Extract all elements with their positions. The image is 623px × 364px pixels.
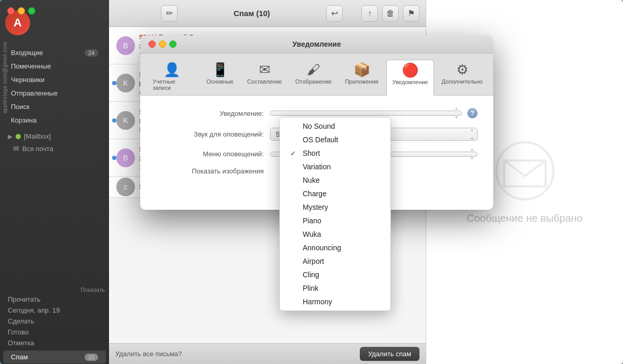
prefs-sound-label: Звук для оповещений: [156,130,270,138]
tab-advanced[interactable]: ⚙ Дополнительно [436,60,488,95]
trash-button[interactable]: 🗑 [382,5,399,22]
help-button[interactable]: ? [467,108,478,118]
delete-spam-button[interactable]: Удалить спам [360,347,419,361]
dropdown-item-label: Plink [303,284,318,292]
avatar: c [116,178,135,196]
sidebar-item-drafts[interactable]: Черновики [3,73,106,86]
sidebar-nav-label: Отправленные [11,89,58,97]
dropdown-item-label: Charge [303,190,327,198]
inbox-badge: 24 [85,49,98,57]
prefs-title: Уведомление [292,40,341,48]
prefs-close-button[interactable] [148,41,156,48]
tab-compose[interactable]: ✉ Составление [241,60,288,95]
sidebar-nav-label: Корзина [11,116,37,124]
mail-bottom-bar: Удалить все письма? Удалить спам [109,343,426,364]
chevron-icon: ⌃⌄ [470,129,474,140]
action-today[interactable]: Сегодня, апр. 19 [0,305,109,316]
no-message-icon [494,140,556,202]
flag-icon: ⚑ [408,8,415,18]
dropdown-item-label: Short [303,149,320,157]
tab-notifications-label: Уведомление [392,79,428,85]
dropdown-item-no-sound[interactable]: No Sound [280,119,390,133]
compose-button[interactable]: ✏ [161,5,178,22]
dropdown-item-wuka[interactable]: Wuka [280,227,390,241]
tab-advanced-label: Дополнительно [442,78,483,85]
reply-icon: ↩ [331,8,338,18]
dropdown-item-variation[interactable]: Variation [280,160,390,173]
sidebar-bottom: Показать Прочитать Сегодня, апр. 19 Сдел… [0,286,109,364]
tab-notifications[interactable]: 🔴 Уведомление [386,60,435,96]
dropdown-item-nuke[interactable]: Nuke [280,173,390,187]
dropdown-item-cling[interactable]: Cling [280,268,390,281]
tab-general-label: Основные [207,78,234,85]
action-mark[interactable]: Отметка [0,338,109,348]
show-label[interactable]: Показать [0,286,109,294]
dropdown-item-label: Wuka [303,230,321,238]
dropdown-item-short[interactable]: ✓ Short [280,146,390,160]
sidebar-item-sent[interactable]: Отправленные [3,87,106,100]
prefs-notifications-label: Уведомление: [156,110,270,117]
sidebar-item-flagged[interactable]: Помеченные [3,60,106,73]
dropdown-item-label: Variation [303,163,331,171]
dropdown-item-label: Mystery [303,203,328,211]
dropdown-item-announcing[interactable]: Announcing [280,241,390,254]
no-message-text: Сообщение не выбрано [467,212,583,224]
apps-icon: 📦 [354,63,370,76]
dropdown-item-airport[interactable]: Airport [280,254,390,268]
mailbox-label: [Mailbox] [24,132,51,140]
tab-accounts-label: Учетные записи [153,78,191,91]
sidebar-item-trash[interactable]: Корзина [3,114,106,127]
compose-icon: ✏ [166,8,173,18]
chevron-down-icon: ⌃⌄ [470,149,474,160]
flag-button[interactable]: ⚑ [403,5,419,22]
sidebar-nav-label: Входящие [11,49,43,57]
prefs-minimize-button[interactable] [159,41,166,48]
accounts-icon: 👤 [164,63,180,76]
dropdown-item-charge[interactable]: Charge [280,187,390,200]
action-todo[interactable]: Сделать [0,316,109,327]
dropdown-item-harmony[interactable]: Harmony [280,295,390,308]
prefs-maximize-button[interactable] [169,41,177,48]
action-read[interactable]: Прочитать [0,294,109,305]
dropdown-item-piano[interactable]: Piano [280,214,390,227]
spam-badge: 10 [85,354,98,361]
archive-button[interactable]: ↑ [361,5,378,22]
dropdown-item-label: Announcing [303,244,341,252]
avatar: K [116,74,135,92]
avatar: K [116,111,135,130]
sidebar-item-spam[interactable]: Спам 10 [3,350,106,363]
sidebar-item-search[interactable]: Поиск [3,100,106,113]
sidebar-mailbox-all[interactable]: ✉ Вся почта [0,142,109,155]
traffic-light-minimize[interactable] [18,7,25,15]
dropdown-item-label: OS Default [303,136,338,144]
chevron-down-icon: ⌃⌄ [454,107,458,119]
advanced-icon: ⚙ [456,63,468,76]
spam-label: Спам [11,353,28,361]
avatar: В [116,149,135,167]
tab-general[interactable]: 📱 Основные [200,60,239,95]
sidebar-nav-label: Помеченные [11,62,51,70]
tab-display[interactable]: 🖌 Отображение [290,60,337,95]
reply-button[interactable]: ↩ [326,5,343,22]
traffic-light-maximize[interactable] [28,7,35,15]
unread-dot [112,156,116,160]
tab-display-label: Отображение [295,78,332,85]
traffic-light-close[interactable] [7,7,15,15]
sidebar: A applestage.com@gmail.com Входящие 24 П… [0,0,109,364]
dropdown-item-mystery[interactable]: Mystery [280,200,390,214]
tab-apps[interactable]: 📦 Приложения [339,60,384,95]
dropdown-item-plink[interactable]: Plink [280,281,390,295]
sidebar-item-inbox[interactable]: Входящие 24 [3,46,106,59]
compose-icon: ✉ [259,63,270,76]
dropdown-item-label: No Sound [303,122,335,130]
notifications-select[interactable]: ⌃⌄ [270,111,462,116]
tab-accounts[interactable]: 👤 Учетные записи [145,60,198,95]
tab-apps-label: Приложения [345,78,378,85]
dropdown-item-label: Harmony [303,298,332,306]
prefs-tabs: 👤 Учетные записи 📱 Основные ✉ Составлени… [140,53,493,96]
dropdown-item-os-default[interactable]: OS Default [280,133,390,146]
action-done[interactable]: Готово [0,327,109,338]
sidebar-profile: A [0,0,109,41]
tab-compose-label: Составление [247,78,282,85]
prefs-traffic-lights [148,41,177,48]
